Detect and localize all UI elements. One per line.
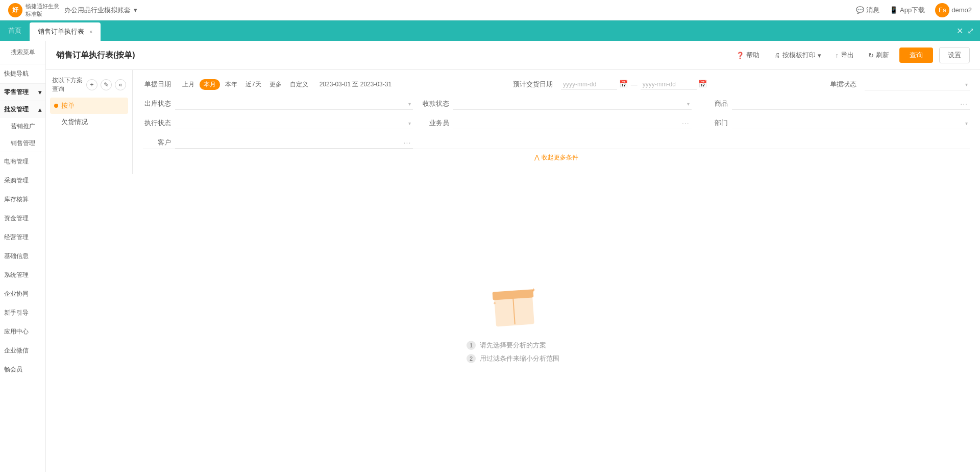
empty-hints: 1 请先选择要分析的方案 2 用过滤条件来缩小分析范围	[467, 341, 559, 367]
maximize-icon[interactable]: ⤢	[967, 26, 974, 36]
exec-status-select-wrapper: ▾	[175, 117, 413, 129]
breadcrumb-text: 办公用品行业模拟账套	[64, 6, 131, 15]
exec-status-select[interactable]	[175, 117, 413, 129]
sidebar-wholesale: 批发管理 ▴ 营销推广 销售管理	[0, 101, 45, 152]
sidebar-item-system[interactable]: 系统管理	[0, 266, 45, 285]
sidebar-item-marketing[interactable]: 营销推广	[0, 118, 45, 135]
date-this-year-btn[interactable]: 本年	[222, 79, 240, 90]
expected-date-range: 📅 — 📅	[561, 79, 707, 90]
logo-icon: 好	[8, 3, 22, 17]
goods-input[interactable]	[732, 98, 970, 110]
filter-row-3: 执行状态 ▾ 业务员 ··· 部门	[143, 117, 970, 129]
salesman-label: 业务员	[421, 119, 449, 128]
empty-illustration: ✦ ✦	[487, 279, 538, 331]
page-actions: ❓ 帮助 🖨 按模板打印 ▾ ↑ 导出 ↻ 刷新 查询 设置	[732, 47, 970, 63]
expected-date-from-input[interactable]	[561, 79, 617, 90]
logo-text: 畅捷通好生意 标准版	[26, 3, 59, 17]
exec-status-cell: 执行状态 ▾	[143, 117, 413, 129]
empty-hint-2: 2 用过滤条件来缩小分析范围	[467, 354, 559, 363]
top-bar: 好 畅捷通好生意 标准版 办公用品行业模拟账套 ▾ 💬 消息 📱 App下载 E…	[0, 0, 980, 20]
breadcrumb: 办公用品行业模拟账套 ▾	[64, 6, 137, 15]
chevron-down-icon: ▾	[38, 89, 41, 96]
sidebar-item-enterprise[interactable]: 企业协同	[0, 285, 45, 303]
dept-label: 部门	[700, 119, 728, 128]
exec-status-label: 执行状态	[143, 119, 171, 128]
sidebar-item-app-center[interactable]: 应用中心	[0, 322, 45, 341]
collapse-sidebar-button[interactable]: «	[115, 79, 126, 90]
date-more-btn[interactable]: 更多	[266, 79, 285, 90]
dept-select-wrapper: ▾	[732, 117, 970, 129]
doc-status-select[interactable]	[865, 78, 970, 90]
dept-select[interactable]	[732, 117, 970, 129]
collapse-filters-button[interactable]: ⋀ 收起更多条件	[143, 149, 970, 166]
tab-sales-order[interactable]: 销售订单执行表 ×	[30, 22, 101, 41]
sidebar-item-ecommerce[interactable]: 电商管理	[0, 152, 45, 171]
date-last-7days-btn[interactable]: 近7天	[242, 79, 264, 90]
tab-close-icon[interactable]: ×	[89, 29, 92, 35]
avatar: Ea	[935, 3, 949, 17]
receipt-status-select[interactable]	[453, 98, 691, 110]
date-custom-btn[interactable]: 自定义	[287, 79, 311, 90]
date-range-display: 2023-03-01 至 2023-03-31	[320, 80, 391, 89]
sidebar-item-wholesale[interactable]: 批发管理 ▴	[0, 101, 45, 118]
tab-home[interactable]: 首页	[0, 20, 30, 41]
page-header: 销售订单执行表(按单) ❓ 帮助 🖨 按模板打印 ▾ ↑ 导出 ↻ 刷新	[46, 41, 980, 70]
refresh-icon: ↻	[868, 52, 874, 59]
help-button[interactable]: ❓ 帮助	[732, 49, 764, 62]
empty-state: ✦ ✦ 1 请先选择要分析的方案 2 用过滤条件来缩小分析范围	[467, 279, 559, 367]
sidebar-item-quick-nav[interactable]: 快捷导航	[0, 64, 45, 83]
filter-scheme-list: 按单 欠货情况	[46, 98, 132, 130]
search-menu-button[interactable]: 搜索菜单	[4, 45, 41, 60]
export-button[interactable]: ↑ 导出	[831, 49, 859, 62]
customer-input-wrapper: ···	[175, 136, 413, 149]
ship-status-label: 出库状态	[143, 99, 171, 108]
template-print-button[interactable]: 🖨 按模板打印 ▾	[770, 49, 825, 62]
date-last-month-btn[interactable]: 上月	[179, 79, 198, 90]
sidebar-item-finance[interactable]: 资金管理	[0, 209, 45, 228]
date-this-month-btn[interactable]: 本月	[200, 79, 220, 90]
calendar-from-icon: 📅	[619, 80, 628, 88]
download-icon: 📱	[890, 6, 898, 14]
top-bar-left: 好 畅捷通好生意 标准版 办公用品行业模拟账套 ▾	[8, 3, 137, 17]
sidebar-item-purchase[interactable]: 采购管理	[0, 171, 45, 190]
logo-area: 好 畅捷通好生意 标准版	[8, 3, 59, 17]
filter-sidebar-header: 按以下方案查询 + ✎ «	[46, 76, 132, 98]
sidebar-item-membership[interactable]: 畅会员	[0, 360, 45, 379]
salesman-input-wrapper: ···	[453, 117, 691, 129]
print-chevron-icon: ▾	[818, 52, 821, 59]
content-area: 销售订单执行表(按单) ❓ 帮助 🖨 按模板打印 ▾ ↑ 导出 ↻ 刷新	[46, 41, 980, 472]
date-quick-buttons: 上月 本月 本年 近7天 更多 自定义	[179, 79, 311, 90]
doc-status-label: 单据状态	[828, 80, 856, 89]
settings-button[interactable]: 设置	[939, 47, 970, 63]
goods-cell: 商品 ···	[700, 98, 970, 110]
empty-box-svg: ✦ ✦	[487, 279, 544, 331]
sidebar-item-business[interactable]: 经营管理	[0, 228, 45, 247]
ship-status-select[interactable]	[175, 98, 413, 110]
filter-sidebar: 按以下方案查询 + ✎ « 按单 欠货情况	[46, 70, 133, 174]
sidebar-item-wechat[interactable]: 企业微信	[0, 341, 45, 360]
scheme-item-backorder[interactable]: 欠货情况	[50, 114, 128, 130]
refresh-button[interactable]: ↻ 刷新	[864, 49, 893, 62]
add-scheme-button[interactable]: +	[86, 79, 97, 90]
customer-label: 客户	[143, 138, 171, 147]
filter-panel: 按以下方案查询 + ✎ « 按单 欠货情况	[46, 70, 980, 174]
filter-row-2: 出库状态 ▾ 收款状态 ▾ 商品	[143, 98, 970, 110]
edit-scheme-button[interactable]: ✎	[101, 79, 112, 90]
empty-hint-1: 1 请先选择要分析的方案	[467, 341, 559, 350]
sidebar-item-basic-info[interactable]: 基础信息	[0, 247, 45, 266]
query-button[interactable]: 查询	[899, 48, 933, 63]
sidebar-item-inventory[interactable]: 库存核算	[0, 190, 45, 209]
salesman-input[interactable]	[453, 117, 691, 129]
customer-input[interactable]	[175, 136, 413, 149]
app-download-button[interactable]: 📱 App下载	[890, 6, 925, 15]
sidebar-item-sales-mgmt[interactable]: 销售管理	[0, 135, 45, 152]
expected-date-to-input[interactable]	[641, 79, 697, 90]
message-button[interactable]: 💬 消息	[856, 6, 879, 15]
filter-sidebar-actions: + ✎ «	[86, 79, 126, 90]
sidebar-item-onboarding[interactable]: 新手引导	[0, 303, 45, 322]
user-area[interactable]: Ea demo2	[935, 3, 972, 17]
scheme-item-by-order[interactable]: 按单	[50, 98, 128, 114]
sidebar-item-retail[interactable]: 零售管理 ▾	[0, 84, 45, 101]
nav-tabs: 首页 销售订单执行表 × ✕ ⤢	[0, 20, 980, 41]
close-window-icon[interactable]: ✕	[957, 26, 963, 36]
